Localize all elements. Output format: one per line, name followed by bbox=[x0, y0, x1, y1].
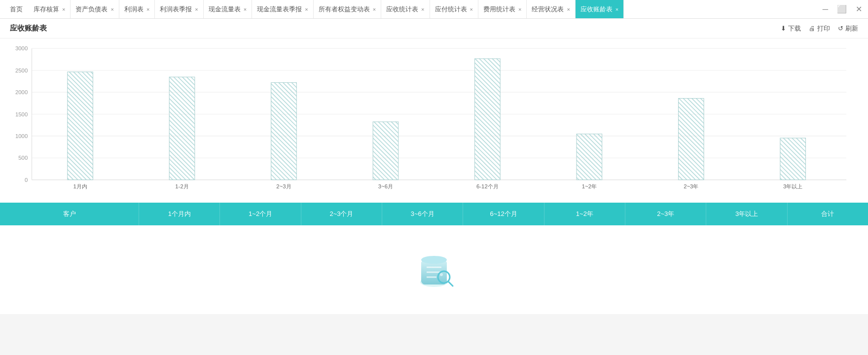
bar-1-2年 bbox=[577, 134, 602, 180]
nav-tab-3[interactable]: 利润表季报× bbox=[155, 0, 203, 19]
nav-tab-8[interactable]: 应付统计表× bbox=[430, 0, 478, 19]
print-label: 打印 bbox=[817, 24, 830, 33]
download-icon: ⬇ bbox=[781, 25, 786, 32]
th-cell-3: 2~3个月 bbox=[301, 203, 382, 225]
nav-tab-label-8: 应付统计表 bbox=[435, 5, 467, 14]
nav-tab-2[interactable]: 利润表× bbox=[119, 0, 155, 19]
refresh-button[interactable]: ↺ 刷新 bbox=[838, 24, 858, 33]
nav-tab-4[interactable]: 现金流量表× bbox=[204, 0, 252, 19]
bar-2-3年 bbox=[678, 98, 704, 179]
svg-point-34 bbox=[440, 273, 443, 276]
table-header: 客户1个月内1~2个月2~3个月3~6个月6~12个月1~2年2~3年3年以上合… bbox=[0, 203, 868, 225]
nav-home[interactable]: 首页 bbox=[4, 0, 29, 19]
nav-tab-close-1[interactable]: × bbox=[110, 6, 113, 12]
nav-tab-label-9: 费用统计表 bbox=[483, 5, 515, 14]
page-title: 应收账龄表 bbox=[10, 24, 47, 33]
top-nav: 首页 库存核算×资产负债表×利润表×利润表季报×现金流量表×现金流量表季报×所有… bbox=[0, 0, 868, 19]
svg-text:3~6月: 3~6月 bbox=[378, 183, 393, 189]
nav-tab-label-6: 所有者权益变动表 bbox=[319, 5, 370, 14]
th-cell-8: 3年以上 bbox=[706, 203, 787, 225]
nav-tab-label-3: 利润表季报 bbox=[160, 5, 192, 14]
nav-tab-1[interactable]: 资产负债表× bbox=[71, 0, 119, 19]
main-content: 0 500 1000 1500 2000 2500 3000 1月内 bbox=[0, 38, 868, 314]
download-button[interactable]: ⬇ 下载 bbox=[781, 24, 801, 33]
minimize-button[interactable]: ─ bbox=[821, 5, 830, 14]
svg-point-28 bbox=[421, 256, 447, 264]
nav-tab-close-2[interactable]: × bbox=[146, 6, 149, 12]
svg-text:3年以上: 3年以上 bbox=[783, 183, 802, 189]
svg-text:2~3年: 2~3年 bbox=[684, 183, 698, 189]
svg-text:500: 500 bbox=[18, 155, 28, 161]
empty-state bbox=[0, 225, 868, 314]
bar-6-12月 bbox=[475, 59, 501, 180]
maximize-button[interactable]: ⬜ bbox=[835, 4, 849, 14]
bar-3-6月 bbox=[373, 122, 398, 180]
nav-tab-label-0: 库存核算 bbox=[34, 5, 59, 14]
nav-tab-close-11[interactable]: × bbox=[615, 6, 618, 12]
bar-3年以上 bbox=[780, 138, 806, 180]
nav-tab-close-7[interactable]: × bbox=[421, 6, 424, 12]
nav-tab-10[interactable]: 经营状况表× bbox=[527, 0, 575, 19]
svg-text:2~3月: 2~3月 bbox=[276, 183, 291, 189]
svg-line-33 bbox=[448, 282, 453, 286]
svg-text:2500: 2500 bbox=[15, 68, 28, 73]
nav-tab-0[interactable]: 库存核算× bbox=[29, 0, 71, 19]
svg-text:1000: 1000 bbox=[15, 133, 28, 139]
tabs-container: 库存核算×资产负债表×利润表×利润表季报×现金流量表×现金流量表季报×所有者权益… bbox=[29, 0, 624, 19]
svg-text:0: 0 bbox=[25, 177, 28, 183]
nav-tab-11[interactable]: 应收账龄表× bbox=[576, 0, 624, 19]
nav-tab-7[interactable]: 应收统计表× bbox=[381, 0, 430, 19]
refresh-icon: ↺ bbox=[838, 25, 843, 32]
y-axis: 0 500 1000 1500 2000 2500 3000 bbox=[15, 45, 846, 182]
svg-text:6-12个月: 6-12个月 bbox=[476, 183, 499, 189]
nav-tab-label-2: 利润表 bbox=[124, 5, 144, 14]
svg-text:3000: 3000 bbox=[15, 45, 28, 51]
nav-tab-close-3[interactable]: × bbox=[195, 6, 198, 12]
th-cell-5: 6~12个月 bbox=[463, 203, 544, 225]
nav-tab-close-9[interactable]: × bbox=[518, 6, 521, 12]
th-cell-7: 2~3年 bbox=[625, 203, 706, 225]
nav-tab-5[interactable]: 现金流量表季报× bbox=[252, 0, 313, 19]
nav-tab-close-0[interactable]: × bbox=[62, 6, 65, 12]
refresh-label: 刷新 bbox=[845, 24, 858, 33]
svg-text:1500: 1500 bbox=[15, 111, 28, 117]
bar-2-3月 bbox=[271, 82, 297, 179]
nav-tab-close-8[interactable]: × bbox=[470, 6, 473, 12]
page-header: 应收账龄表 ⬇ 下载 🖨 打印 ↺ 刷新 bbox=[0, 19, 868, 38]
print-icon: 🖨 bbox=[809, 25, 815, 32]
nav-tab-9[interactable]: 费用统计表× bbox=[478, 0, 527, 19]
bar-1-2月 bbox=[169, 77, 195, 180]
nav-tab-6[interactable]: 所有者权益变动表× bbox=[314, 0, 381, 19]
bar-chart: 0 500 1000 1500 2000 2500 3000 1月内 bbox=[0, 43, 868, 201]
nav-tab-label-7: 应收统计表 bbox=[386, 5, 418, 14]
nav-tab-label-5: 现金流量表季报 bbox=[257, 5, 302, 14]
svg-text:1月内: 1月内 bbox=[73, 183, 87, 189]
th-cell-2: 1~2个月 bbox=[220, 203, 301, 225]
empty-icon bbox=[409, 245, 459, 294]
svg-text:2000: 2000 bbox=[15, 89, 28, 95]
nav-tab-close-5[interactable]: × bbox=[305, 6, 308, 12]
nav-tab-label-4: 现金流量表 bbox=[209, 5, 241, 14]
nav-tab-close-10[interactable]: × bbox=[567, 6, 570, 12]
th-cell-4: 3~6个月 bbox=[382, 203, 463, 225]
th-cell-6: 1~2年 bbox=[544, 203, 625, 225]
chart-area: 0 500 1000 1500 2000 2500 3000 1月内 bbox=[0, 38, 868, 203]
bar-1月内 bbox=[68, 72, 93, 180]
print-button[interactable]: 🖨 打印 bbox=[809, 24, 830, 33]
header-actions: ⬇ 下载 🖨 打印 ↺ 刷新 bbox=[781, 24, 858, 33]
nav-tab-label-11: 应收账龄表 bbox=[580, 5, 613, 14]
nav-tab-label-10: 经营状况表 bbox=[532, 5, 564, 14]
download-label: 下载 bbox=[788, 24, 801, 33]
window-controls: ─ ⬜ ✕ bbox=[821, 4, 864, 14]
th-cell-0: 客户 bbox=[0, 203, 139, 225]
th-cell-1: 1个月内 bbox=[139, 203, 220, 225]
nav-tab-label-1: 资产负债表 bbox=[75, 5, 108, 14]
nav-tab-close-4[interactable]: × bbox=[244, 6, 247, 12]
svg-text:1~2年: 1~2年 bbox=[582, 183, 597, 189]
nav-tab-close-6[interactable]: × bbox=[373, 6, 376, 12]
th-cell-9: 合计 bbox=[788, 203, 868, 225]
close-button[interactable]: ✕ bbox=[854, 4, 864, 14]
svg-text:1-2月: 1-2月 bbox=[175, 183, 188, 189]
